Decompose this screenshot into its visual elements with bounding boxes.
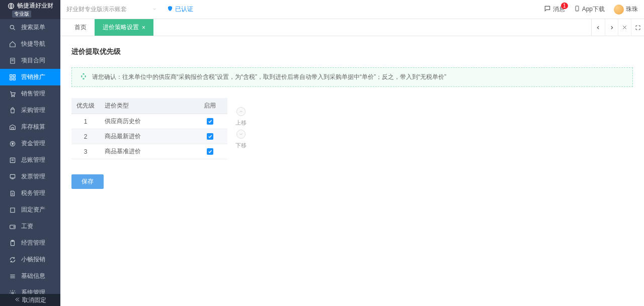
user-menu[interactable]: 珠珠 — [614, 5, 638, 15]
enable-checkbox[interactable] — [207, 148, 213, 155]
search-icon — [9, 24, 16, 31]
brand-name: 畅捷通好业财 — [17, 2, 53, 10]
sidebar-item-label: 销售管理 — [21, 89, 45, 98]
sidebar-item-label: 总账管理 — [21, 156, 45, 164]
table-header-type: 进价类型 — [100, 98, 192, 114]
verified-label: 已认证 — [175, 5, 193, 14]
tab-home[interactable]: 首页 — [66, 19, 95, 36]
cell-priority: 1 — [71, 114, 100, 129]
messages-button[interactable]: 消息 1 — [544, 5, 565, 14]
gear-icon — [9, 289, 16, 294]
move-down-button[interactable] — [236, 130, 246, 139]
svg-point-33 — [12, 292, 14, 294]
sidebar-items: 搜索菜单 快捷导航 项目合同 营销推广 销售管理 采购管理 库存核算 ¥ 资金管 — [0, 19, 60, 294]
org-selector[interactable]: 好业财专业版演示账套 — [66, 5, 157, 14]
enable-checkbox[interactable] — [207, 133, 213, 140]
tabs-prev-button[interactable] — [592, 19, 605, 36]
brand-edition-badge: 专业版 — [12, 11, 31, 18]
tabs-bar: 首页 进价策略设置 × — [60, 19, 644, 36]
svg-rect-7 — [13, 74, 15, 76]
sidebar-item-funds[interactable]: ¥ 资金管理 — [0, 135, 60, 152]
sidebar-item-basic-info[interactable]: 基础信息 — [0, 268, 60, 284]
cell-type: 商品最新进价 — [100, 129, 192, 144]
sidebar-item-project-contract[interactable]: 项目合同 — [0, 52, 60, 69]
sidebar-item-label: 经营管理 — [21, 239, 45, 247]
invoice-icon — [9, 173, 16, 180]
priority-table: 优先级 进价类型 启用 1 供应商历史价 2 商品最新 — [71, 98, 227, 159]
sidebar-item-salary[interactable]: 工资 — [0, 218, 60, 235]
svg-text:¥: ¥ — [12, 142, 14, 145]
svg-point-27 — [14, 226, 15, 227]
sidebar-item-purchase[interactable]: 采购管理 — [0, 102, 60, 119]
sidebar-item-invoice[interactable]: 发票管理 — [0, 168, 60, 185]
sidebar-footer-label: 取消固定 — [22, 296, 46, 304]
tabs-tools — [591, 19, 644, 36]
sidebar-item-label: 小畅报销 — [21, 255, 45, 264]
table-row[interactable]: 2 商品最新进价 — [71, 129, 227, 144]
avatar-icon — [614, 5, 624, 15]
tax-icon — [9, 190, 16, 197]
sidebar-item-sales[interactable]: 销售管理 — [0, 85, 60, 102]
move-up-label: 上移 — [235, 119, 247, 127]
tab-label: 进价策略设置 — [103, 23, 139, 32]
sidebar-item-tax[interactable]: 税务管理 — [0, 185, 60, 201]
shield-icon — [167, 6, 173, 13]
enable-checkbox[interactable] — [207, 118, 213, 125]
close-icon[interactable]: × — [142, 24, 145, 31]
sidebar-item-label: 资金管理 — [21, 139, 45, 148]
save-button[interactable]: 保存 — [71, 174, 104, 189]
sidebar-toggle-pin[interactable]: 取消固定 — [0, 294, 60, 306]
sidebar-item-label: 固定资产 — [21, 206, 45, 214]
cell-enable — [192, 144, 227, 159]
info-icon — [80, 73, 87, 81]
sidebar-item-label: 营销推广 — [21, 73, 45, 81]
list-icon — [9, 273, 16, 280]
wallet-icon — [9, 223, 16, 230]
tabs-close-all-button[interactable] — [618, 19, 631, 36]
sidebar-item-label: 搜索菜单 — [21, 23, 45, 32]
bag-icon — [9, 107, 16, 114]
phone-icon — [574, 5, 580, 14]
sidebar-item-system[interactable]: 系统管理 — [0, 284, 60, 294]
ledger-icon — [9, 157, 16, 164]
svg-rect-18 — [10, 174, 15, 178]
tabs-next-button[interactable] — [605, 19, 618, 36]
sidebar-item-expense[interactable]: 小畅报销 — [0, 251, 60, 268]
sidebar-item-inventory[interactable]: 库存核算 — [0, 119, 60, 135]
move-up-button[interactable] — [236, 107, 246, 116]
cell-type: 商品基准进价 — [100, 144, 192, 159]
sidebar-item-ledger[interactable]: 总账管理 — [0, 152, 60, 168]
table-header-priority: 优先级 — [71, 98, 100, 114]
move-down-label: 下移 — [235, 142, 247, 149]
table-row[interactable]: 3 商品基准进价 — [71, 144, 227, 159]
sidebar-item-label: 工资 — [21, 222, 33, 231]
cell-priority: 2 — [71, 129, 100, 144]
sidebar-item-quicknav[interactable]: 快捷导航 — [0, 36, 60, 52]
sidebar-item-search-menu[interactable]: 搜索菜单 — [0, 19, 60, 36]
verified-badge[interactable]: 已认证 — [167, 5, 193, 14]
svg-line-2 — [14, 28, 15, 30]
home-icon — [9, 41, 16, 48]
sidebar-item-fixed-assets[interactable]: 固定资产 — [0, 201, 60, 218]
notice-text: 请您确认：往来单位中的供应商“采购报价含税”设置，为“含税”，取到进价后将自动带… — [92, 73, 446, 81]
app-download-button[interactable]: App下载 — [574, 5, 605, 14]
move-controls: 上移 下移 — [235, 98, 247, 149]
cell-enable — [192, 114, 227, 129]
svg-rect-9 — [13, 78, 15, 80]
brand-header: 畅捷通好业财 专业版 — [0, 0, 60, 19]
sidebar-item-marketing[interactable]: 营销推广 — [0, 69, 60, 85]
svg-point-11 — [14, 95, 15, 96]
tab-label: 首页 — [74, 23, 87, 32]
sidebar-item-label: 系统管理 — [21, 288, 45, 294]
table-header-enable: 启用 — [192, 98, 227, 114]
table-row[interactable]: 1 供应商历史价 — [71, 114, 227, 129]
sidebar-item-label: 发票管理 — [21, 172, 45, 181]
svg-rect-8 — [10, 78, 12, 80]
tab-price-strategy[interactable]: 进价策略设置 × — [95, 19, 153, 36]
cell-enable — [192, 129, 227, 144]
svg-rect-12 — [12, 127, 14, 129]
fullscreen-button[interactable] — [631, 19, 644, 36]
sidebar-item-operation[interactable]: 经营管理 — [0, 235, 60, 251]
sidebar-item-label: 项目合同 — [21, 56, 45, 65]
warehouse-icon — [9, 124, 16, 131]
